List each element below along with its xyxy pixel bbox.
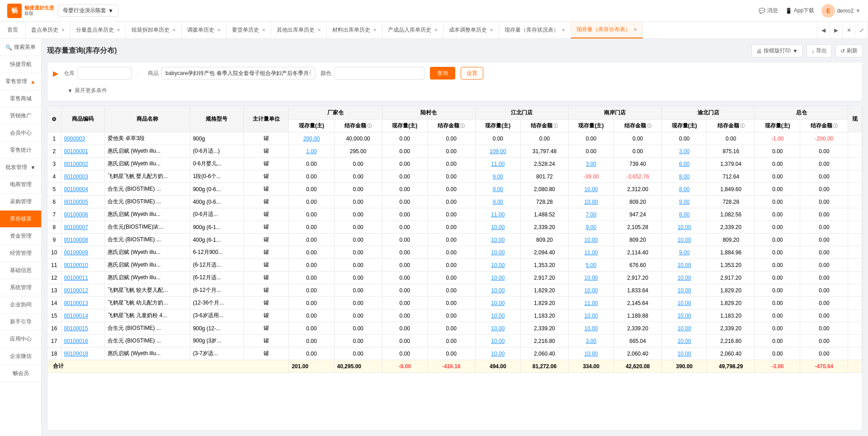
tab-expand-btn[interactable]: ⤢ [855, 22, 868, 39]
sidebar-item-member[interactable]: 会员中心 [0, 125, 41, 142]
search-btn[interactable]: 查询 [430, 67, 455, 80]
col-settings[interactable]: ⚙ [47, 106, 61, 132]
setting-btn[interactable]: 设置 [461, 67, 483, 80]
nanan-qty-cell: -39.00 [568, 170, 613, 183]
refresh-btn[interactable]: ↺ 刷新 [835, 44, 863, 57]
print-btn[interactable]: 🖨 按模版打印 ▼ [751, 44, 803, 57]
user-profile[interactable]: E demo2 ▼ [821, 4, 861, 18]
sidebar-item-operation[interactable]: 经营管理 [0, 245, 41, 262]
tab-close-icon[interactable]: ✕ [561, 28, 565, 33]
sidebar-item-search[interactable]: 🔍 搜索英单 [0, 39, 41, 56]
current-cell [848, 297, 862, 309]
sidebar-item-enterprise-wechat[interactable]: 企业微信 [0, 348, 41, 365]
current-cell [848, 196, 862, 208]
sidebar-item-ecommerce[interactable]: 电商管理 [0, 176, 41, 193]
sidebar-item-guide[interactable]: 新手引导 [0, 314, 41, 331]
current-cell [848, 208, 862, 221]
sidebar-item-enterprise-collab[interactable]: 企业协同 [0, 296, 41, 314]
expand-filter-btn[interactable]: ▼ 展开更多条件 [64, 85, 111, 96]
sidebar-item-purchase[interactable]: 采购管理 [0, 193, 41, 211]
table-container: ⚙ 商品编码 商品名称 规格型号 主计量单位 厂家仓 陆村仓 江北门店 南岸门店… [47, 106, 863, 431]
lucun-qty-cell: 0.00 [382, 284, 427, 297]
warehouse-input[interactable] [77, 67, 132, 80]
nanan-qty-cell: 11.00 [568, 246, 613, 259]
lucun-amt-cell: 0.00 [427, 183, 475, 196]
sidebar-item-wholesale[interactable]: 批发管理 ▼ [0, 159, 41, 176]
tab-home[interactable]: 首页 [0, 22, 26, 38]
tab-close-icon[interactable]: ✕ [373, 28, 377, 33]
yubei-qty-cell: 10.00 [662, 234, 707, 246]
tab-assemble[interactable]: 组装拆卸单历史 ✕ [126, 22, 182, 38]
code-cell: 00100016 [61, 335, 104, 347]
sidebar-item-basic-info[interactable]: 基础信息 [0, 262, 41, 279]
info-icon[interactable]: ⓘ [553, 123, 558, 128]
export-icon: ↓ [811, 48, 814, 54]
top-bar-left: 畅 畅捷通好生意 标版 母婴行业演示陈套 ▼ [7, 4, 118, 18]
tab-stock-status[interactable]: 现存量（库存状况表） ✕ [499, 22, 571, 38]
warehouse-dots[interactable]: ··· [134, 70, 142, 76]
sidebar-item-finance[interactable]: 资金管理 [0, 228, 41, 245]
tab-close-icon[interactable]: ✕ [633, 27, 637, 32]
unit-cell: 罐 [244, 158, 289, 170]
info-icon[interactable]: ⓘ [647, 123, 651, 128]
tab-close-icon[interactable]: ✕ [217, 28, 221, 33]
tab-cost-adjust[interactable]: 成本调整单历史 ✕ [443, 22, 499, 38]
refresh-icon: ↺ [840, 48, 845, 54]
lucun-qty-cell: 0.00 [382, 132, 427, 145]
message-btn[interactable]: 💬 消息 [759, 7, 778, 14]
yubei-amt-cell: 875.16 [707, 145, 755, 158]
sidebar-item-inventory[interactable]: 库存核算 [0, 211, 41, 228]
seq-cell: 7 [47, 208, 61, 221]
info-icon[interactable]: ⓘ [740, 123, 745, 128]
sidebar-item-vip[interactable]: 畅会员 [0, 365, 41, 382]
jiangbei-amt-cell: 0.00 [520, 132, 568, 145]
tab-requisition[interactable]: 要货单历史 ✕ [226, 22, 271, 38]
export-btn[interactable]: ↓ 导出 [807, 44, 832, 57]
tab-inventory-branch[interactable]: 分量盘点单历史 ✕ [71, 22, 126, 38]
tab-material-out[interactable]: 材料出库单历史 ✕ [327, 22, 382, 38]
sidebar-item-quick-nav[interactable]: 快捷导航 [0, 56, 41, 73]
tab-stock-dist[interactable]: 现存量（库存分布表） ✕ [571, 22, 643, 38]
tab-other-out[interactable]: 其他出库单历史 ✕ [271, 22, 327, 38]
total-amt-cell: 0.00 [800, 158, 848, 170]
table-scroll[interactable]: ⚙ 商品编码 商品名称 规格型号 主计量单位 厂家仓 陆村仓 江北门店 南岸门店… [47, 106, 862, 430]
total-amt-cell: 0.00 [800, 196, 848, 208]
table-row: 4 00100003 飞鹤星飞帆 婴儿配方奶... 1段(0-6个... 罐 0… [47, 170, 862, 183]
sidebar-item-retail-stats[interactable]: 零售统计 [0, 142, 41, 159]
tab-transfer[interactable]: 调拨单历史 ✕ [182, 22, 226, 38]
summary-row: 合计 201.00 40,295.00 -8.00 -416.16 494.00… [47, 360, 862, 373]
tab-close-btn[interactable]: ✕ [843, 22, 855, 39]
sidebar-item-marketing[interactable]: 营销推广 [0, 108, 41, 125]
info-icon[interactable]: ⓘ [833, 123, 838, 128]
tab-product-in[interactable]: 产成品入库单历史 ✕ [382, 22, 443, 38]
tab-inventory-single[interactable]: 盘点单历史 ✕ [26, 22, 71, 38]
tab-close-icon[interactable]: ✕ [262, 28, 265, 33]
tab-close-icon[interactable]: ✕ [434, 28, 438, 33]
info-icon[interactable]: ⓘ [460, 123, 465, 128]
sidebar-item-retail-shop[interactable]: 零售商城 [0, 90, 41, 108]
lucun-amt-cell: 0.00 [427, 259, 475, 272]
jiangbei-amt-cell: 2,216.80 [520, 335, 568, 347]
tab-prev-btn[interactable]: ◀ [817, 22, 830, 39]
filter-toggle-btn[interactable]: ▶ [53, 69, 58, 78]
info-icon[interactable]: ⓘ [367, 123, 372, 128]
industry-selector[interactable]: 母婴行业演示陈套 ▼ [58, 5, 118, 17]
yubei-qty-cell: 9.00 [662, 196, 707, 208]
app-download-btn[interactable]: 📱 App下载 [785, 7, 814, 14]
tab-next-btn[interactable]: ▶ [830, 22, 843, 39]
tab-close-icon[interactable]: ✕ [117, 28, 120, 33]
color-input[interactable] [334, 67, 425, 80]
lucun-amt-cell: 0.00 [427, 158, 475, 170]
tab-close-icon[interactable]: ✕ [490, 28, 493, 33]
total-qty-cell: 0.00 [755, 145, 800, 158]
chevron-down-icon2: ▼ [855, 8, 861, 14]
goods-input[interactable] [161, 67, 315, 80]
tab-close-icon[interactable]: ✕ [61, 28, 65, 33]
sidebar-item-system[interactable]: 系统管理 [0, 279, 41, 296]
tab-close-icon[interactable]: ✕ [317, 28, 321, 33]
sidebar-item-retail-mgmt[interactable]: 零售管理 ▲ [0, 73, 41, 90]
tab-label: 现存量（库存分布表） [576, 26, 631, 33]
sidebar-item-app-center[interactable]: 应用中心 [0, 331, 41, 348]
settings-icon[interactable]: ⚙ [52, 116, 57, 122]
tab-close-icon[interactable]: ✕ [172, 28, 176, 33]
